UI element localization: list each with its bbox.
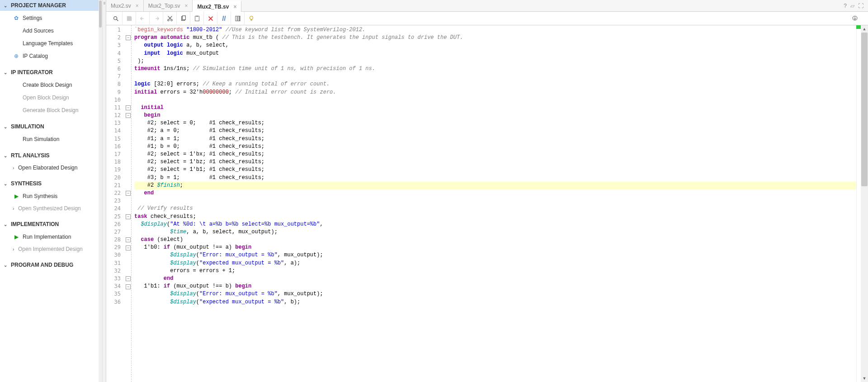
fold-toggle-icon[interactable]: − [126,35,131,40]
line-number: 24 [106,205,126,212]
code-line[interactable]: $display("expected mux_output = %b", a); [134,259,856,267]
nav-item-run-simulation[interactable]: Run Simulation [0,133,102,146]
tab-mux2-sv[interactable]: Mux2.sv× [106,0,144,11]
fold-gutter[interactable]: −−−−−−−−− [126,25,132,382]
fold-toggle-icon[interactable]: − [126,237,131,242]
close-tab-icon[interactable]: × [233,4,236,10]
code-line[interactable]: #2 $finish; [134,182,856,189]
editor-vertical-scrollbar[interactable]: ▲ ▼ [861,25,868,382]
line-number: 14 [106,127,126,135]
code-line[interactable] [134,73,856,80]
code-line[interactable]: // Verify results [134,205,856,212]
section-header-ip-integrator[interactable]: ⌄IP INTEGRATOR [0,67,102,78]
code-line[interactable]: #2; select = 1'b1; #1 check_results; [134,166,856,174]
code-line[interactable]: $display("expected mux_output = %b", b); [134,298,856,306]
fold-toggle-icon[interactable]: − [126,191,131,196]
nav-item-settings[interactable]: ✿Settings [0,12,102,24]
section-header-simulation[interactable]: ⌄SIMULATION [0,121,102,132]
undo-icon[interactable] [136,12,150,25]
code-content[interactable]: `begin_keywords "1800-2012" //Use keywor… [132,25,856,382]
code-line[interactable]: #2; select = 1'bz; #1 check_results; [134,158,856,166]
bulb-icon[interactable] [245,12,258,25]
section-header-project-manager[interactable]: ⌄PROJECT MANAGER [0,0,102,11]
code-line[interactable]: timeunit 1ns/1ns; // Simulation time uni… [134,65,856,73]
code-line[interactable]: $time, a, b, select, mux_output); [134,228,856,236]
code-line[interactable]: `begin_keywords "1800-2012" //Use keywor… [134,26,856,34]
code-line[interactable]: $display("At %0d: \t a=%b b=%b select=%b… [134,221,856,228]
svg-point-2 [167,19,169,21]
code-line[interactable]: $display("Error: mux_output = %b", mux_o… [134,251,856,259]
code-line[interactable]: end [134,275,856,283]
code-line[interactable]: $display("Error: mux_output = %b", mux_o… [134,290,856,298]
code-line[interactable]: #1; b = 0; #1 check_results; [134,143,856,151]
tab-mux2_top-sv[interactable]: Mux2_Top.sv× [144,0,193,11]
nav-item-run-implementation[interactable]: ▶Run Implementation [0,231,102,243]
code-line[interactable]: 1'b0: if (mux_output !== a) begin [134,244,856,251]
nav-item-open-implemented-design: ›Open Implemented Design [0,243,102,255]
fold-toggle-icon[interactable]: − [126,245,131,250]
fold-toggle-icon[interactable]: − [126,276,131,281]
tab-mux2_tb-sv[interactable]: Mux2_TB.sv× [193,0,241,12]
code-line[interactable]: input logic mux_output [134,50,856,57]
fold-toggle-icon[interactable]: − [126,105,131,110]
code-line[interactable]: ); [134,57,856,65]
code-line[interactable]: errors = errors + 1; [134,267,856,275]
code-line[interactable]: logic [32:0] errors; // Keep a running t… [134,80,856,88]
maximize-icon[interactable]: ⛶ [858,3,863,9]
code-line[interactable]: case (select) [134,236,856,244]
code-line[interactable]: #2; a = 0; #1 check_results; [134,127,856,135]
code-line[interactable]: #3; b = 1; #1 check_results; [134,174,856,182]
column-select-icon[interactable] [231,12,245,25]
nav-item-ip-catalog[interactable]: ⊕IP Catalog [0,50,102,62]
delete-icon[interactable] [204,12,217,25]
section-header-rtl-analysis[interactable]: ⌄RTL ANALYSIS [0,150,102,161]
section-header-program-and-debug[interactable]: ⌄PROGRAM AND DEBUG [0,259,102,270]
cut-icon[interactable] [163,12,177,25]
code-line[interactable]: #2; select = 0; #1 check_results; [134,119,856,127]
code-line[interactable]: initial errors = 32'h00000000; // Initia… [134,89,856,96]
code-line[interactable] [134,197,856,205]
overview-ruler[interactable] [856,25,861,382]
code-line[interactable]: #2; select = 1'bx; #1 check_results; [134,151,856,158]
section-header-implementation[interactable]: ⌄IMPLEMENTATION [0,219,102,230]
close-tab-icon[interactable]: × [136,3,139,9]
section-header-synthesis[interactable]: ⌄SYNTHESIS [0,178,102,189]
save-icon[interactable] [123,12,136,25]
nav-item-language-templates[interactable]: Language Templates [0,37,102,50]
nav-item-label: Open Implemented Design [18,246,83,252]
code-line[interactable]: #1; a = 1; #1 check_results; [134,135,856,143]
comment-icon[interactable]: // [217,12,231,25]
code-line[interactable]: end [134,189,856,197]
code-line[interactable]: task check_results; [134,213,856,221]
code-line[interactable] [134,96,856,104]
settings-gear-icon[interactable] [848,12,862,25]
line-number: 15 [106,135,126,143]
paste-icon[interactable] [190,12,204,25]
restore-icon[interactable]: ▱ [850,3,854,9]
code-line[interactable]: initial [134,104,856,112]
scroll-down-icon[interactable]: ▼ [861,375,868,382]
code-line[interactable]: program automatic mux_tb ( // This is th… [134,34,856,42]
help-icon[interactable]: ? [844,3,847,9]
code-line[interactable]: output logic a, b, select, [134,42,856,49]
close-tab-icon[interactable]: × [184,3,188,9]
scrollbar-thumb[interactable] [861,33,868,186]
code-line[interactable]: begin [134,112,856,119]
sidebar-resize-handle[interactable] [103,0,106,382]
nav-item-open-elaborated-design[interactable]: ›Open Elaborated Design [0,162,102,174]
nav-item-open-block-design: Open Block Design [0,91,102,104]
editor-main: Mux2.sv×Mux2_Top.sv×Mux2_TB.sv× ? ▱ ⛶ [106,0,868,382]
sidebar-scrollbar[interactable] [99,0,102,382]
code-editor[interactable]: 1234567891011121314151617181920212223242… [106,25,868,382]
copy-icon[interactable] [177,12,190,25]
search-icon[interactable] [109,12,123,25]
nav-item-add-sources[interactable]: Add Sources [0,24,102,37]
nav-item-run-synthesis[interactable]: ▶Run Synthesis [0,190,102,203]
fold-toggle-icon[interactable]: − [126,113,131,118]
code-line[interactable]: 1'b1: if (mux_output !== b) begin [134,283,856,290]
scroll-up-icon[interactable]: ▲ [861,25,868,33]
redo-icon[interactable] [150,12,163,25]
fold-toggle-icon[interactable]: − [126,214,131,219]
nav-item-create-block-design[interactable]: Create Block Design [0,79,102,91]
fold-toggle-icon[interactable]: − [126,284,131,289]
